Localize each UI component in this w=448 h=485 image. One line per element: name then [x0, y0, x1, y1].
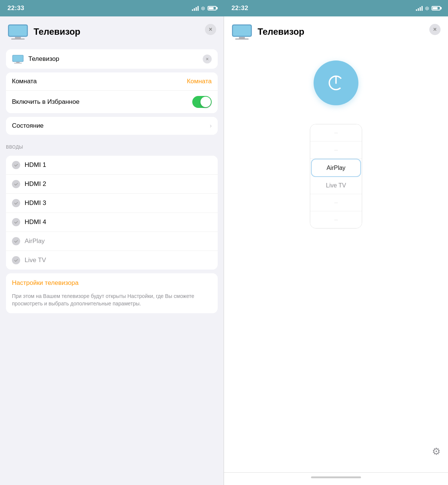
- airplay-picker-label: AirPlay: [327, 165, 346, 171]
- signal-icon: [192, 6, 199, 11]
- left-status-bar: 22:33 ⊛: [0, 4, 224, 12]
- battery-icon: [208, 6, 217, 10]
- hdmi4-label: HDMI 4: [25, 218, 212, 226]
- inputs-section: HDMI 1 HDMI 2 HDMI 3 HDMI 4 AirPlay: [6, 156, 218, 270]
- chevron-right-icon: ›: [210, 122, 212, 129]
- picker-item-livetv[interactable]: Live TV: [310, 177, 362, 194]
- wifi-icon: ⊛: [201, 5, 205, 11]
- favorites-toggle[interactable]: [192, 96, 212, 108]
- right-battery-icon: [432, 6, 441, 10]
- input-picker: ─ ─ AirPlay Live TV ─ ─: [310, 124, 362, 228]
- gear-icon: ⚙: [432, 446, 441, 457]
- right-close-button[interactable]: ×: [429, 24, 441, 35]
- list-item[interactable]: HDMI 1: [6, 156, 218, 175]
- right-status-icons: ⊛: [416, 5, 441, 11]
- list-item[interactable]: HDMI 4: [6, 213, 218, 232]
- left-header: Телевизор ×: [0, 16, 224, 46]
- room-row[interactable]: Комната Комната: [6, 72, 218, 91]
- tv-settings-description: При этом на Вашем телевизоре будут откры…: [6, 293, 218, 313]
- livetv-label: Live TV: [25, 257, 212, 264]
- inputs-section-label: ВВОДЫ: [0, 139, 224, 152]
- right-time: 22:32: [231, 4, 248, 12]
- check-icon-livetv: [12, 256, 20, 264]
- picker-empty-bottom: ─: [310, 194, 362, 211]
- device-section: Телевизор ×: [6, 49, 218, 69]
- room-label: Комната: [12, 78, 182, 85]
- list-item[interactable]: AirPlay: [6, 232, 218, 251]
- settings-section: Комната Комната Включить в Избранное: [6, 72, 218, 113]
- check-icon-airplay: [12, 237, 20, 245]
- left-time: 22:33: [7, 4, 24, 12]
- tv-icon-large: [7, 24, 28, 40]
- right-panel: Телевизор × ─ ─ AirPlay Live TV ─: [224, 0, 448, 485]
- device-tv-icon: [12, 55, 24, 63]
- livetv-picker-label: Live TV: [326, 182, 346, 189]
- picker-empty-bottom2: ─: [310, 211, 362, 228]
- check-icon-hdmi1: [12, 161, 20, 169]
- power-button[interactable]: [314, 60, 358, 105]
- left-panel-title: Телевизор: [34, 27, 80, 37]
- right-tv-icon-large: [231, 24, 252, 40]
- status-label: Состояние: [12, 122, 205, 130]
- right-signal-icon: [416, 6, 423, 11]
- dismiss-icon: ×: [206, 56, 209, 62]
- picker-item-airplay[interactable]: AirPlay: [311, 159, 361, 177]
- svg-rect-2: [15, 37, 21, 38]
- picker-empty-top2: ─: [310, 142, 362, 159]
- tv-settings-section: Настройки телевизора При этом на Вашем т…: [6, 273, 218, 313]
- left-close-button[interactable]: ×: [205, 24, 216, 35]
- status-row[interactable]: Состояние ›: [6, 117, 218, 135]
- hdmi2-label: HDMI 2: [25, 180, 212, 188]
- hdmi3-label: HDMI 3: [25, 199, 212, 207]
- svg-rect-1: [9, 25, 27, 36]
- list-item[interactable]: Live TV: [6, 251, 218, 270]
- hdmi1-label: HDMI 1: [25, 161, 212, 169]
- power-icon: [327, 74, 345, 92]
- check-icon-hdmi3: [12, 199, 20, 207]
- tv-settings-button[interactable]: Настройки телевизора: [6, 273, 218, 293]
- status-bar: 22:33 ⊛ 22:32 ⊛: [0, 0, 448, 16]
- right-main-content: ─ ─ AirPlay Live TV ─ ─ ⚙: [224, 46, 448, 469]
- airplay-label: AirPlay: [25, 237, 212, 245]
- favorites-label: Включить в Избранное: [12, 98, 188, 106]
- svg-rect-11: [235, 38, 249, 40]
- device-row-label: Телевизор: [28, 55, 198, 63]
- left-panel: Телевизор × Телевизор × Комната Комната …: [0, 0, 224, 485]
- right-status-bar: 22:32 ⊛: [224, 4, 448, 12]
- picker-empty-top: ─: [310, 124, 362, 142]
- device-row: Телевизор ×: [6, 49, 218, 69]
- favorites-row: Включить в Избранное: [6, 91, 218, 113]
- device-dismiss-button[interactable]: ×: [203, 55, 212, 63]
- toggle-knob: [200, 97, 211, 107]
- bottom-divider: [224, 472, 448, 473]
- settings-gear-button[interactable]: ⚙: [432, 446, 441, 457]
- right-panel-title: Телевизор: [258, 27, 304, 37]
- right-bottom: [224, 469, 448, 485]
- room-value: Комната: [187, 78, 212, 85]
- svg-rect-3: [11, 38, 25, 40]
- check-icon-hdmi2: [12, 180, 20, 188]
- right-header: Телевизор ×: [224, 16, 448, 46]
- svg-rect-10: [239, 37, 245, 38]
- left-status-icons: ⊛: [192, 5, 217, 11]
- right-wifi-icon: ⊛: [425, 5, 429, 11]
- status-section: Состояние ›: [6, 117, 218, 135]
- svg-rect-9: [233, 25, 251, 36]
- home-indicator: [311, 476, 361, 478]
- list-item[interactable]: HDMI 3: [6, 194, 218, 213]
- svg-rect-7: [14, 63, 22, 63]
- list-item[interactable]: HDMI 2: [6, 175, 218, 194]
- svg-rect-6: [16, 62, 19, 63]
- svg-rect-5: [13, 55, 23, 61]
- check-icon-hdmi4: [12, 218, 20, 226]
